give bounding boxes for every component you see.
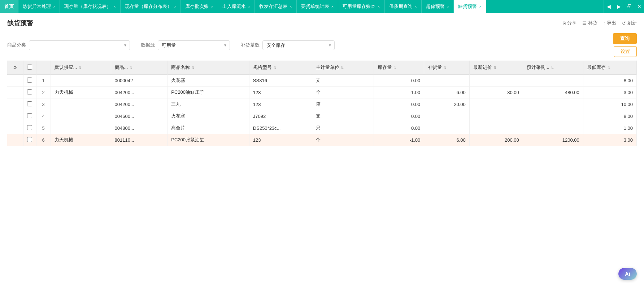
row-checkbox[interactable] <box>23 122 36 134</box>
row-spec: 123 <box>249 98 312 110</box>
row-stock: 0.00 <box>374 122 424 134</box>
row-checkbox[interactable] <box>23 87 36 98</box>
row-est-purchase <box>523 75 583 87</box>
row-supplier <box>51 75 111 87</box>
category-select[interactable] <box>29 40 130 50</box>
close-icon[interactable]: × <box>174 4 176 9</box>
close-icon[interactable]: × <box>248 4 250 9</box>
row-gear <box>7 75 23 87</box>
table-row: 3 004200... 三九 123 箱 0.00 20.00 10.00 <box>7 98 637 110</box>
close-icon[interactable]: × <box>53 4 55 9</box>
row-checkbox[interactable] <box>23 75 36 87</box>
row-checkbox[interactable] <box>23 134 36 146</box>
filter-row: 商品分类 数据源 可用量 补货基数 安全库存 查询 <box>7 33 637 57</box>
row-min-stock: 1.00 <box>583 122 636 134</box>
close-icon[interactable]: × <box>378 4 380 9</box>
row-checkbox[interactable] <box>23 98 36 110</box>
data-table: ⚙ 默认供应... ⇅ 商品... ⇅ <box>7 61 637 146</box>
row-unit: 个 <box>312 87 374 98</box>
row-code: 004800... <box>111 122 167 134</box>
column-header-replenish[interactable]: 补货量 ⇅ <box>424 61 469 75</box>
row-select-checkbox[interactable] <box>27 137 32 142</box>
nav-arrows: ◀ ▶ 🗗 ✕ <box>604 0 644 13</box>
replenish-select[interactable]: 安全库存 <box>262 40 335 50</box>
column-header-supplier[interactable]: 默认供应... ⇅ <box>51 61 111 75</box>
row-unit: 箱 <box>312 98 374 110</box>
row-select-checkbox[interactable] <box>27 89 32 94</box>
row-latest-price <box>469 110 523 122</box>
close-icon[interactable]: × <box>113 4 116 9</box>
row-checkbox[interactable] <box>23 110 36 122</box>
category-select-wrapper <box>29 40 130 50</box>
gear-icon[interactable]: ⚙ <box>11 63 19 71</box>
settings-button[interactable]: 设置 <box>614 46 637 57</box>
row-unit: 支 <box>312 75 374 87</box>
page-title: 缺货预警 <box>7 19 33 27</box>
nav-prev-button[interactable]: ◀ <box>604 0 614 13</box>
row-stock: -1.00 <box>374 134 424 146</box>
column-header-name[interactable]: 商品名称 ⇅ <box>167 61 249 75</box>
column-header-est-purchase[interactable]: 预计采购... ⇅ <box>523 61 583 75</box>
row-select-checkbox[interactable] <box>27 101 32 106</box>
column-header-unit[interactable]: 主计量单位 ⇅ <box>312 61 374 75</box>
column-header-spec[interactable]: 规格型号 ⇅ <box>249 61 312 75</box>
select-all-checkbox[interactable] <box>27 65 32 70</box>
refresh-button[interactable]: ↺ 刷新 <box>622 20 637 26</box>
column-header-settings[interactable]: ⚙ <box>7 61 23 75</box>
nav-tab-collect[interactable]: 收发存汇总表 × <box>255 0 296 13</box>
close-icon[interactable]: × <box>290 4 292 9</box>
close-icon[interactable]: × <box>211 4 213 9</box>
row-select-checkbox[interactable] <box>27 113 32 118</box>
nav-tab-avail-ledger[interactable]: 可用量库存账本 × <box>338 0 384 13</box>
row-est-purchase: 480.00 <box>523 87 583 98</box>
row-code: 801110... <box>111 134 167 146</box>
refresh-icon: ↺ <box>622 21 626 26</box>
nav-tab-expiry[interactable]: 保质期查询 × <box>385 0 422 13</box>
row-supplier <box>51 110 111 122</box>
row-select-checkbox[interactable] <box>27 78 32 83</box>
row-min-stock: 3.00 <box>583 87 636 98</box>
row-num: 4 <box>36 110 51 122</box>
column-header-min-stock[interactable]: 最低库存 ⇅ <box>583 61 636 75</box>
row-code: 004600... <box>111 110 167 122</box>
close-icon[interactable]: × <box>479 4 481 9</box>
ai-button[interactable]: Ai <box>618 268 637 280</box>
share-button[interactable]: ⎘ 分享 <box>563 20 576 26</box>
nav-tab-home[interactable]: 首页 <box>0 0 18 13</box>
row-latest-price <box>469 98 523 110</box>
nav-tab-batch[interactable]: 库存批次账 × <box>181 0 218 13</box>
close-window-button[interactable]: ✕ <box>634 0 644 13</box>
replenish-label: 补货基数 <box>241 42 260 48</box>
row-select-checkbox[interactable] <box>27 125 32 130</box>
sort-icon: ⇅ <box>341 66 344 70</box>
close-icon[interactable]: × <box>415 4 417 9</box>
nav-tab-stock-status[interactable]: 现存量（库存状况表） × <box>60 0 120 13</box>
row-est-purchase <box>523 122 583 134</box>
datasource-select[interactable]: 可用量 <box>158 40 230 50</box>
category-filter-group: 商品分类 <box>7 40 130 50</box>
row-replenish-qty: 20.00 <box>424 98 469 110</box>
row-latest-price: 80.00 <box>469 87 523 98</box>
restore-window-button[interactable]: 🗗 <box>624 0 634 13</box>
query-button[interactable]: 查询 <box>613 33 637 44</box>
nav-next-button[interactable]: ▶ <box>614 0 624 13</box>
sort-icon: ⇅ <box>551 66 554 70</box>
close-icon[interactable]: × <box>447 4 449 9</box>
row-min-stock: 10.00 <box>583 98 636 110</box>
column-header-latest-price[interactable]: 最新进价 ⇅ <box>469 61 523 75</box>
replenish-icon: ☰ <box>582 21 587 26</box>
column-header-stock[interactable]: 库存量 ⇅ <box>374 61 424 75</box>
close-icon[interactable]: × <box>331 4 334 9</box>
export-button[interactable]: ↑ 导出 <box>603 20 617 26</box>
nav-tab-inout[interactable]: 出入库流水 × <box>218 0 255 13</box>
row-code: 004200... <box>111 87 167 98</box>
nav-tab-shortage[interactable]: 缺货预警 × <box>454 0 486 13</box>
replenish-button[interactable]: ☰ 补货 <box>582 20 597 26</box>
nav-tab-order-stat[interactable]: 要货单统计表 × <box>297 0 338 13</box>
nav-tab-defect[interactable]: 炼货异常处理 × <box>18 0 60 13</box>
nav-tab-overstock[interactable]: 超储预警 × <box>422 0 454 13</box>
column-header-code[interactable]: 商品... ⇅ <box>111 61 167 75</box>
table-row: 2 力天机械 004200... PC200油缸庄子 123 个 -1.00 6… <box>7 87 637 98</box>
row-min-stock: 3.00 <box>583 134 636 146</box>
nav-tab-stock-dist[interactable]: 现存量（库存分布表） × <box>121 0 181 13</box>
